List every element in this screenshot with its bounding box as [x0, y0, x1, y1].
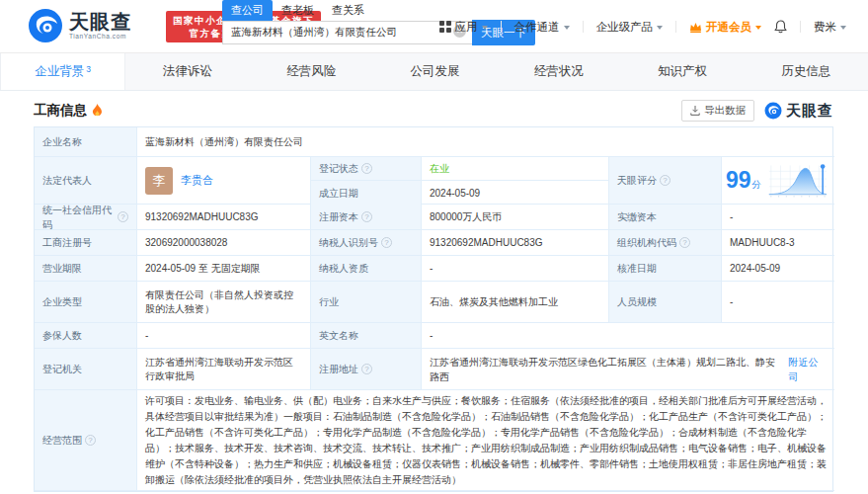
- help-icon[interactable]: ?: [679, 237, 690, 248]
- field-label-tax-quality: 纳税人资质: [311, 256, 422, 282]
- legal-rep-avatar[interactable]: 李: [145, 167, 173, 195]
- nav-item-enterprise[interactable]: 企业级产品: [596, 20, 664, 35]
- watermark-text: 天眼查: [786, 102, 833, 121]
- tab-operating-status[interactable]: 经营状况: [497, 53, 620, 90]
- help-icon[interactable]: ?: [361, 163, 372, 174]
- nav-item-partner[interactable]: 合作通道: [514, 20, 570, 35]
- field-label-insured-count: 参保人数: [35, 323, 137, 349]
- nav-label-user: 费米: [814, 20, 836, 35]
- score-distribution-chart: [765, 161, 830, 201]
- field-label-industry: 行业: [311, 282, 422, 323]
- help-icon[interactable]: ?: [361, 364, 372, 374]
- field-label-reg-no: 工商注册号: [35, 230, 137, 256]
- company-tabbar: 企业背景3 法律诉讼 经营风险 公司发展 经营状况 知识产权 历史信息: [0, 53, 868, 91]
- field-label-term: 营业期限: [35, 256, 137, 282]
- nav-separator: [800, 21, 801, 33]
- search-input[interactable]: [222, 21, 472, 44]
- tab-badge: 3: [86, 64, 91, 74]
- search-tab-relation[interactable]: 查关系: [323, 0, 373, 21]
- field-label-reg-status: 登记状态?: [311, 157, 422, 180]
- tab-company-development[interactable]: 公司发展: [373, 53, 497, 90]
- field-value-term: 2024-05-09 至 无固定期限: [137, 256, 311, 282]
- help-icon[interactable]: ?: [118, 211, 128, 222]
- nav-separator: [501, 21, 502, 33]
- help-icon[interactable]: ?: [85, 435, 96, 446]
- field-label-reg-authority: 登记机关: [35, 349, 137, 390]
- nav-separator: [675, 21, 676, 33]
- field-value-industry: 石油、煤炭及其他燃料加工业: [422, 282, 609, 323]
- export-label: 导出数据: [704, 104, 746, 118]
- nav-label-enterprise: 企业级产品: [596, 20, 654, 35]
- field-value-insured-count: -: [137, 323, 311, 349]
- export-data-button[interactable]: 导出数据: [681, 100, 754, 122]
- business-info-table: 企业名称 蓝海新材料（通州湾）有限责任公司 法定代表人 李 李贵合 登记状态? …: [34, 126, 833, 492]
- field-label-tyc-score: 天眼评分?: [609, 157, 722, 205]
- field-label-legal-rep: 法定代表人: [35, 157, 137, 205]
- tab-label: 公司发展: [410, 63, 459, 80]
- field-label-tax-id: 纳税人识别号?: [311, 230, 422, 256]
- nav-item-notifications[interactable]: [774, 20, 787, 34]
- logo-title: 天眼查: [69, 12, 131, 32]
- tab-label: 知识产权: [658, 63, 707, 80]
- field-value-english-name: -: [422, 323, 834, 349]
- field-value-reg-capital: 800000万人民币: [422, 205, 609, 230]
- caret-down-icon: [482, 26, 488, 30]
- field-value-tax-quality: -: [422, 256, 609, 282]
- tab-history-info[interactable]: 历史信息: [745, 53, 868, 90]
- section-bar: 工商信息 导出数据 天眼查: [34, 98, 833, 124]
- caret-down-icon: [755, 26, 761, 30]
- field-value-reg-status: 在业: [422, 157, 608, 180]
- field-value-reg-address: 江苏省通州湾江海联动开发示范区绿色化工拓展区（主体港）规划二路北、静安路西 附近…: [422, 349, 834, 390]
- nav-item-vip[interactable]: 开通会员: [689, 20, 761, 35]
- tab-intellectual-property[interactable]: 知识产权: [620, 53, 744, 90]
- field-value-company-name: 蓝海新材料（通州湾）有限责任公司: [137, 127, 834, 157]
- nav-item-apps[interactable]: 应用: [439, 20, 488, 35]
- help-icon[interactable]: ?: [361, 211, 372, 222]
- tianyancha-logo[interactable]: 天眼查 TianYanCha.com: [28, 8, 131, 43]
- field-label-credit-code: 统一社会信用代码?: [35, 205, 137, 230]
- tab-legal-lawsuits[interactable]: 法律诉讼: [125, 53, 249, 90]
- tab-label: 企业背景: [35, 63, 84, 80]
- field-value-tyc-score[interactable]: 99 分: [722, 157, 834, 205]
- field-value-approve-date: 2024-05-09: [722, 256, 834, 282]
- field-label-paid-capital: 实缴资本: [609, 205, 722, 230]
- field-value-reg-authority: 江苏省通州湾江海联动开发示范区行政审批局: [137, 349, 311, 390]
- hot-flame-icon: [92, 104, 103, 118]
- field-label-company-name: 企业名称: [35, 127, 137, 157]
- caret-down-icon: [840, 26, 846, 30]
- field-value-legal-rep: 李 李贵合: [137, 157, 311, 205]
- field-label-english-name: 英文名称: [311, 323, 422, 349]
- field-value-credit-code: 91320692MADHUUC83G: [137, 205, 311, 230]
- nav-item-user[interactable]: 费米: [814, 20, 846, 35]
- nearby-companies-link[interactable]: 附近公司: [788, 355, 827, 384]
- help-icon[interactable]: ?: [381, 237, 392, 248]
- field-value-paid-capital: -: [722, 205, 834, 230]
- nav-label-apps: 应用: [455, 20, 478, 35]
- header-nav: 应用 合作通道 企业级产品 开通会员: [439, 0, 847, 53]
- field-label-establish-date: 成立日期: [311, 181, 422, 205]
- tianyancha-logo-icon: [28, 8, 63, 43]
- field-label-company-type: 企业类型: [35, 282, 137, 323]
- top-header: 天眼查 TianYanCha.com 国家中小企业发展子基金旗下 官方备案企业征…: [0, 0, 868, 53]
- section-title: 工商信息: [34, 102, 87, 120]
- field-value-company-type: 有限责任公司（非自然人投资或控股的法人独资）: [137, 282, 311, 323]
- help-icon[interactable]: ?: [660, 175, 671, 186]
- tab-company-background[interactable]: 企业背景3: [0, 53, 125, 90]
- search-tab-company[interactable]: 查公司: [222, 0, 273, 21]
- field-label-staff-size: 人员规模: [609, 282, 722, 323]
- tab-label: 经营状况: [534, 63, 584, 80]
- legal-rep-link[interactable]: 李贵合: [181, 173, 213, 188]
- score-unit: 分: [752, 177, 762, 192]
- search-tab-boss[interactable]: 查老板: [273, 0, 323, 21]
- field-value-staff-size: -: [722, 282, 834, 323]
- watermark-logo: 天眼查: [764, 102, 833, 121]
- tab-operation-risk[interactable]: 经营风险: [250, 53, 373, 90]
- field-label-reg-capital: 注册资本?: [311, 205, 422, 230]
- status-date-subtable: 登记状态? 在业 成立日期 2024-05-09: [311, 157, 609, 205]
- logo-domain: TianYanCha.com: [69, 34, 131, 41]
- caret-down-icon: [657, 26, 663, 30]
- tianyancha-logo-icon: [764, 102, 782, 120]
- field-label-org-code: 组织机构代码?: [609, 230, 722, 256]
- field-label-approve-date: 核准日期: [609, 256, 722, 282]
- nav-label-vip: 开通会员: [706, 20, 751, 35]
